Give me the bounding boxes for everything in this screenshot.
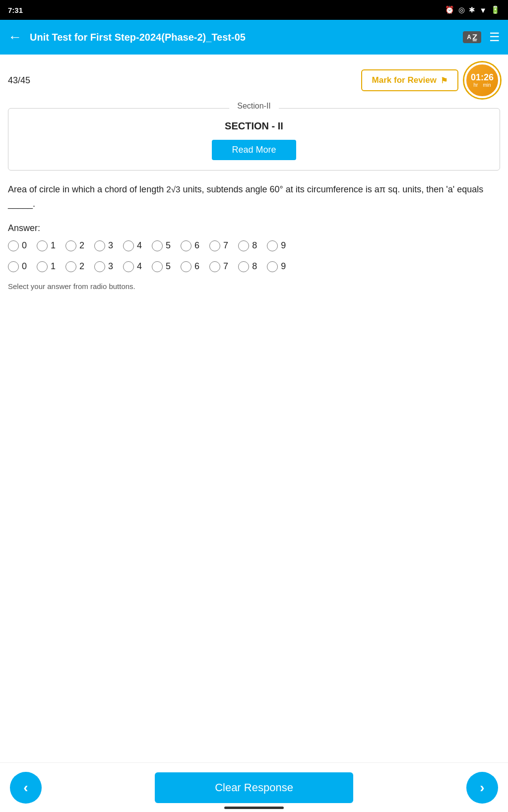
radio-input[interactable] (238, 240, 249, 251)
section-title: SECTION - II (18, 120, 490, 132)
radio-label: 7 (223, 261, 228, 272)
hr-label: hr (473, 82, 478, 88)
radio-label: 8 (252, 240, 257, 251)
radio-label: 7 (223, 240, 228, 251)
radio-item[interactable]: 9 (267, 240, 286, 251)
radio-row-1: 0123456789 (8, 240, 500, 251)
radio-input[interactable] (37, 240, 48, 251)
radio-input[interactable] (238, 261, 249, 272)
radio-row-2: 0123456789 (8, 261, 500, 272)
radio-label: 4 (137, 261, 142, 272)
radio-item[interactable]: 9 (267, 261, 286, 272)
radio-input[interactable] (267, 261, 278, 272)
radio-label: 6 (194, 240, 199, 251)
radio-input[interactable] (8, 261, 19, 272)
radio-label: 9 (281, 240, 286, 251)
main-content: 43/45 Mark for Review ⚑ 01:26 hr min Sec… (0, 55, 508, 350)
nav-bar: ← Unit Test for First Step-2024(Phase-2)… (0, 20, 508, 55)
next-button[interactable]: › (466, 772, 498, 804)
radio-item[interactable]: 4 (123, 240, 142, 251)
radio-label: 6 (194, 261, 199, 272)
radio-label: 9 (281, 261, 286, 272)
read-more-button[interactable]: Read More (212, 140, 296, 160)
radio-item[interactable]: 2 (65, 261, 84, 272)
radio-input[interactable] (267, 240, 278, 251)
radio-item[interactable]: 7 (209, 240, 228, 251)
question-header: 43/45 Mark for Review ⚑ 01:26 hr min (8, 62, 500, 98)
radio-label: 4 (137, 240, 142, 251)
answer-label: Answer: (8, 223, 500, 233)
status-bar: 7:31 ⏰ ◎ ✱ ▼ 🔋 (0, 0, 508, 20)
radio-input[interactable] (94, 261, 105, 272)
radio-input[interactable] (123, 240, 134, 251)
z-label: Z̲ (472, 33, 477, 41)
radio-input[interactable] (65, 261, 76, 272)
a-label: A (467, 34, 471, 41)
radio-label: 1 (51, 240, 56, 251)
radio-input[interactable] (152, 261, 163, 272)
section-box: Section-II SECTION - II Read More (8, 108, 500, 171)
nav-title: Unit Test for First Step-2024(Phase-2)_T… (30, 32, 455, 43)
radio-item[interactable]: 1 (37, 240, 56, 251)
radio-input[interactable] (209, 240, 220, 251)
question-counter: 43/45 (8, 75, 30, 86)
back-button[interactable]: ← (8, 30, 22, 44)
radio-label: 1 (51, 261, 56, 272)
timer-time: 01:26 (471, 73, 494, 83)
radio-item[interactable]: 0 (8, 261, 27, 272)
radio-item[interactable]: 4 (123, 261, 142, 272)
flag-icon: ⚑ (441, 76, 447, 85)
alarm-icon: ⏰ (445, 5, 454, 14)
radio-label: 5 (166, 240, 171, 251)
radio-item[interactable]: 5 (152, 240, 171, 251)
radio-item[interactable]: 5 (152, 261, 171, 272)
radio-item[interactable]: 1 (37, 261, 56, 272)
prev-button[interactable]: ‹ (10, 772, 42, 804)
mark-review-button[interactable]: Mark for Review ⚑ (361, 69, 458, 91)
bottom-nav: ‹ Clear Response › (0, 762, 508, 812)
circle-icon: ◎ (458, 5, 465, 14)
hint-text: Select your answer from radio buttons. (8, 282, 500, 290)
radio-label: 0 (22, 261, 27, 272)
radio-item[interactable]: 3 (94, 261, 113, 272)
radio-label: 0 (22, 240, 27, 251)
radio-input[interactable] (181, 261, 191, 272)
radio-item[interactable]: 3 (94, 240, 113, 251)
status-time: 7:31 (8, 6, 23, 14)
radio-item[interactable]: 8 (238, 261, 257, 272)
ab-toggle-icon[interactable]: A Z̲ (463, 31, 481, 43)
radio-label: 5 (166, 261, 171, 272)
menu-button[interactable]: ☰ (489, 30, 500, 44)
radio-input[interactable] (209, 261, 220, 272)
radio-item[interactable]: 2 (65, 240, 84, 251)
radio-item[interactable]: 0 (8, 240, 27, 251)
mark-review-label: Mark for Review (372, 75, 437, 85)
radio-input[interactable] (181, 240, 191, 251)
radio-label: 2 (79, 240, 84, 251)
wifi-icon: ▼ (479, 6, 487, 14)
timer-label: hr min (473, 82, 491, 88)
radio-input[interactable] (65, 240, 76, 251)
radio-item[interactable]: 6 (181, 240, 199, 251)
section-label: Section-II (229, 102, 279, 111)
radio-input[interactable] (8, 240, 19, 251)
radio-input[interactable] (37, 261, 48, 272)
radio-item[interactable]: 7 (209, 261, 228, 272)
status-icons: ⏰ ◎ ✱ ▼ 🔋 (445, 5, 500, 14)
bluetooth-icon: ✱ (469, 5, 475, 14)
question-text: Area of circle in which a chord of lengt… (8, 182, 500, 211)
radio-label: 3 (108, 240, 113, 251)
question-text-part1: Area of circle in which a chord of lengt… (8, 184, 166, 194)
clear-response-button[interactable]: Clear Response (155, 772, 353, 803)
radio-label: 2 (79, 261, 84, 272)
timer-circle: 01:26 hr min (464, 62, 500, 98)
radio-input[interactable] (152, 240, 163, 251)
radio-input[interactable] (123, 261, 134, 272)
radio-input[interactable] (94, 240, 105, 251)
battery-icon: 🔋 (491, 5, 500, 14)
radio-label: 8 (252, 261, 257, 272)
radio-item[interactable]: 6 (181, 261, 199, 272)
header-right: Mark for Review ⚑ 01:26 hr min (361, 62, 500, 98)
math-expression: 2√3 (166, 185, 180, 194)
radio-item[interactable]: 8 (238, 240, 257, 251)
